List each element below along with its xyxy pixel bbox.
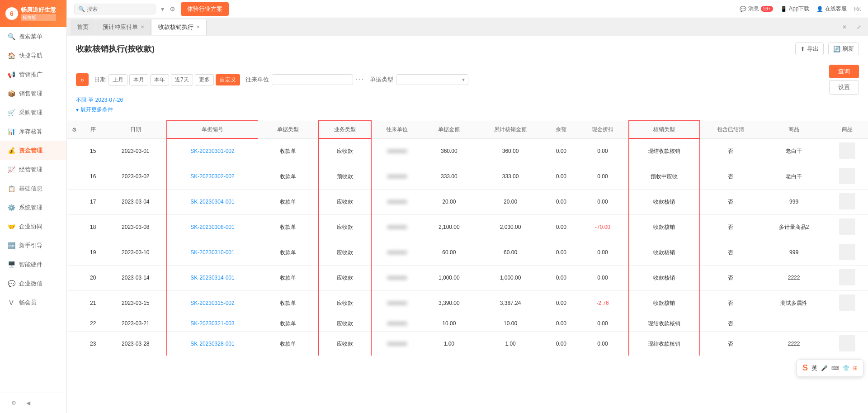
partner-value: ■■■■■■ — [387, 199, 407, 205]
sidebar-item-guide[interactable]: 🆕新手引导 — [0, 236, 66, 255]
filter-expand-btn[interactable]: ▾ 展开更多条件 — [76, 104, 859, 115]
tab-prepay-close[interactable]: ✕ — [141, 24, 144, 29]
tab-collection[interactable]: 收款核销执行 ✕ — [152, 19, 207, 35]
sidebar-item-wechat[interactable]: 💬企业微信 — [0, 274, 66, 293]
mic-icon[interactable]: 🎤 — [821, 365, 828, 371]
th-partner: 往来单位 — [371, 121, 423, 138]
sidebar-label-hardware: 智能硬件 — [19, 261, 42, 269]
sidebar-item-basic[interactable]: 📋基础信息 — [0, 179, 66, 198]
cell-amount: 360.00 — [423, 138, 476, 164]
cell-cancel-type: 收款核销 — [629, 189, 700, 214]
sidebar-item-purchase[interactable]: 🛒采购管理 — [0, 103, 66, 122]
app-logo: 6 畅康道好生意 标推版 — [0, 0, 66, 27]
sidebar-item-hardware[interactable]: 🖥️智能硬件 — [0, 255, 66, 274]
filter-doctype-select[interactable] — [396, 74, 468, 85]
filter-query-btn[interactable]: 查询 — [829, 65, 859, 78]
sidebar-item-shortcut[interactable]: 🏠快捷导航 — [0, 46, 66, 65]
filter-this-year-btn[interactable]: 本年 — [150, 74, 169, 85]
tab-home[interactable]: 首页 — [71, 19, 95, 35]
doc-no-link[interactable]: SK-20230310-001 — [190, 249, 234, 256]
th-settings[interactable]: ⚙ — [67, 121, 81, 138]
cell-amount: 10.00 — [423, 316, 476, 331]
partner-value: ■■■■■■ — [387, 320, 407, 327]
sidebar-label-enterprise: 企业协同 — [19, 223, 42, 231]
sidebar-item-system[interactable]: ⚙️系统管理 — [0, 198, 66, 217]
cell-no: 15 — [81, 138, 105, 164]
doc-no-link[interactable]: SK-20230328-001 — [190, 341, 234, 347]
topbar-chevron-icon[interactable]: ▾ — [161, 5, 164, 13]
grid-icon: ⊞ — [853, 365, 858, 371]
sidebar-icon-hardware: 🖥️ — [7, 261, 15, 268]
doc-no-link[interactable]: SK-20230314-001 — [190, 275, 234, 281]
doc-no-link[interactable]: SK-20230302-002 — [190, 173, 234, 180]
cell-amount: 1,000.00 — [423, 265, 476, 290]
sidebar-item-member[interactable]: V畅会员 — [0, 293, 66, 312]
messages-btn[interactable]: 💬 消息 99+ — [740, 5, 773, 13]
sidebar-item-marketing[interactable]: 📢营销推广 — [0, 65, 66, 84]
filter-partner-input[interactable] — [272, 74, 353, 85]
doc-no-link[interactable]: SK-20230308-001 — [190, 224, 234, 230]
doc-no-link[interactable]: SK-20230315-002 — [190, 300, 234, 306]
keyboard-icon[interactable]: ⌨ — [831, 365, 839, 371]
app-download-btn[interactable]: 📱 App下载 — [780, 5, 809, 13]
cell-include-settled: 否 — [700, 189, 761, 214]
tab-prepay[interactable]: 预计冲应付单 ✕ — [96, 19, 151, 35]
cell-cash-discount: 0.00 — [577, 316, 628, 331]
filter-last-month-btn[interactable]: 上月 — [108, 74, 127, 85]
sidebar-icon-enterprise: 🤝 — [7, 223, 15, 230]
doc-no-link[interactable]: SK-20230301-002 — [190, 148, 234, 154]
cell-doc-type: 收款单 — [258, 214, 319, 240]
page-content: 收款核销执行(按收款) ⬆ 导出 🔄 刷新 » 日 — [67, 36, 868, 413]
sidebar-item-search[interactable]: 🔍搜索菜单 — [0, 27, 66, 46]
settings-bottom-btn[interactable]: ⚙ — [7, 397, 20, 409]
doc-no-link[interactable]: SK-20230304-001 — [190, 199, 234, 205]
filter-7days-btn[interactable]: 近7天 — [171, 74, 193, 85]
collapse-btn[interactable]: ◀ — [22, 397, 34, 409]
th-no: 序 — [81, 121, 105, 138]
filter-settings-btn[interactable]: 设置 — [829, 80, 859, 95]
cell-date: 2023-03-01 — [105, 138, 167, 164]
partner-value: ■■■■■■ — [387, 300, 407, 306]
industry-solution-btn[interactable]: 体验行业方案 — [181, 2, 229, 16]
cell-balance: 0.00 — [545, 214, 577, 240]
topbar-gear-icon[interactable]: ⚙ — [170, 5, 175, 13]
sidebar-icon-capital: 💰 — [7, 147, 15, 154]
cell-biz-type: 应收款 — [319, 316, 371, 331]
tab-collection-close[interactable]: ✕ — [196, 24, 200, 29]
sidebar-item-enterprise[interactable]: 🤝企业协同 — [0, 217, 66, 236]
refresh-btn[interactable]: 🔄 刷新 — [828, 43, 859, 55]
cell-cancel-type: 预收中应收 — [629, 164, 700, 189]
doc-no-link[interactable]: SK-20230321-003 — [190, 320, 234, 327]
cell-biz-type: 应收款 — [319, 240, 371, 265]
cell-product: 999 — [761, 189, 827, 214]
tab-maximize-btn[interactable]: ⤢ — [854, 22, 864, 33]
table-row: 16 2023-03-02 SK-20230302-002 收款单 预收款 ■■… — [67, 164, 868, 189]
cell-product-img — [827, 138, 868, 164]
cell-settings — [67, 189, 81, 214]
partner-value: ■■■■■■ — [387, 275, 407, 281]
cell-partner: ■■■■■■ — [371, 331, 423, 356]
topbar: 🔍 ▾ ⚙ 体验行业方案 💬 消息 99+ 📱 App下载 👤 在 — [67, 0, 868, 18]
sidebar-item-inventory[interactable]: 📊库存核算 — [0, 122, 66, 141]
filter-custom-btn[interactable]: 自定义 — [216, 74, 240, 85]
sidebar-bottom: ⚙ ◀ — [0, 393, 66, 413]
tab-close-all-btn[interactable]: ✕ — [839, 22, 850, 33]
online-service-btn[interactable]: 👤 在线客服 — [816, 5, 847, 13]
sidebar-item-sales[interactable]: 📦销售管理 — [0, 84, 66, 103]
sidebar-item-capital[interactable]: 💰资金管理 — [0, 141, 66, 160]
filter-more-btn[interactable]: 更多 — [195, 74, 214, 85]
topbar-search-box[interactable]: 🔍 — [74, 4, 156, 14]
filter-collapse-btn[interactable]: » — [76, 73, 89, 86]
sidebar: 6 畅康道好生意 标推版 🔍搜索菜单🏠快捷导航📢营销推广📦销售管理🛒采购管理📊库… — [0, 0, 67, 413]
cell-cash-discount: 0.00 — [577, 138, 628, 164]
cell-doc-type: 收款单 — [258, 316, 319, 331]
filter-this-month-btn[interactable]: 本月 — [129, 74, 148, 85]
sidebar-item-operation[interactable]: 📈经营管理 — [0, 160, 66, 179]
cell-cancel-type: 现结收款核销 — [629, 316, 700, 331]
export-btn[interactable]: ⬆ 导出 — [795, 43, 824, 55]
cell-total-cancel: 3,387.24 — [476, 290, 545, 316]
cell-cancel-type: 收款核销 — [629, 290, 700, 316]
th-include-settled: 包含已结清 — [700, 121, 761, 138]
search-input[interactable] — [87, 6, 141, 12]
cell-cancel-type: 收款核销 — [629, 265, 700, 290]
